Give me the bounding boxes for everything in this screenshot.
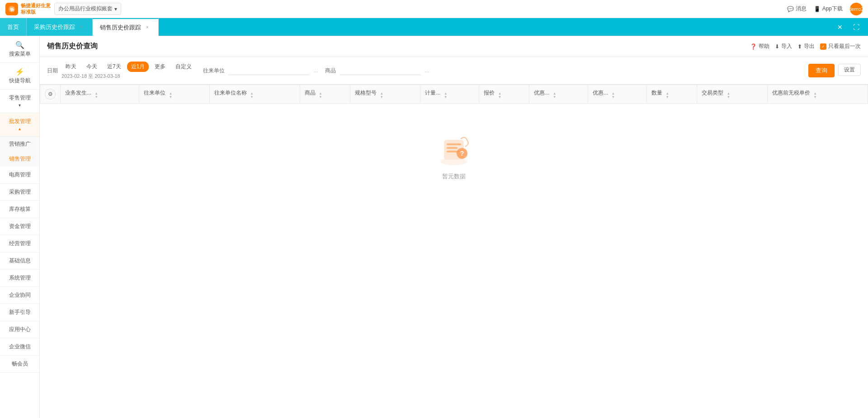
date-btn-1month[interactable]: 近1月: [127, 62, 149, 72]
sidebar-item-quick[interactable]: ⚡ 快捷导航: [0, 63, 39, 90]
sort-arrows-spec: ▲▼: [380, 92, 383, 99]
maximize-button[interactable]: ⛶: [850, 21, 863, 33]
sidebar-item-app-center[interactable]: 应用中心: [0, 321, 39, 338]
product-input[interactable]: [340, 66, 421, 75]
sidebar-item-inventory[interactable]: 库存核算: [0, 201, 39, 218]
app-download-button[interactable]: 📱 App下载: [814, 5, 843, 13]
table-col-discount1[interactable]: 优惠... ▲▼: [529, 85, 588, 104]
table-col-counterpart-name[interactable]: 往来单位名称 ▲▼: [209, 85, 300, 104]
sidebar-item-basic[interactable]: 基础信息: [0, 252, 39, 270]
product-dots[interactable]: ...: [425, 67, 429, 74]
counterpart-filter-group: 往来单位 ...: [203, 66, 318, 75]
date-btn-7days[interactable]: 近7天: [103, 62, 125, 72]
empty-text: 暂元数据: [442, 172, 466, 180]
table-col-pretax-price[interactable]: 优惠前无税单价 ▲▼: [767, 85, 868, 104]
table-container: ⚙ 业务发生... ▲▼ 往来单位 ▲▼ 往来单位名称 ▲▼: [40, 85, 868, 418]
date-label: 日期: [47, 67, 58, 75]
tab-purchase-close[interactable]: ×: [78, 24, 85, 31]
date-btn-today[interactable]: 今天: [82, 62, 101, 72]
sort-arrows-trade-type: ▲▼: [727, 92, 731, 99]
table-col-settings[interactable]: ⚙: [40, 85, 61, 104]
app-selector[interactable]: 办公用品行业模拟账套 ▾: [54, 3, 121, 15]
column-settings-button[interactable]: 设置: [838, 64, 861, 76]
chevron-down-icon: ▾: [114, 6, 117, 12]
tab-sales-close[interactable]: ×: [144, 24, 151, 31]
table-col-product[interactable]: 商品 ▲▼: [300, 85, 350, 104]
tabbar-actions: ✕ ⛶: [834, 21, 868, 33]
sort-arrows-discount2: ▲▼: [612, 92, 615, 99]
sidebar-item-retail[interactable]: 零售管理 ▾: [0, 90, 39, 113]
tab-purchase-label: 采购历史价跟踪: [34, 23, 75, 31]
logo-text: 畅捷通好生意 标准版: [21, 3, 51, 14]
sidebar-item-newbie[interactable]: 新手引导: [0, 304, 39, 321]
counterpart-input[interactable]: [228, 66, 310, 75]
svg-text:畅: 畅: [10, 7, 14, 11]
date-btn-yesterday[interactable]: 昨天: [61, 62, 80, 72]
table-col-unit[interactable]: 计量... ▲▼: [420, 85, 479, 104]
sidebar-item-wholesale[interactable]: 批发管理 ▴: [0, 113, 39, 137]
close-window-button[interactable]: ✕: [834, 21, 846, 33]
product-filter-group: 商品 ...: [325, 66, 429, 75]
sort-arrows-unit: ▲▼: [444, 92, 448, 99]
sidebar-item-marketing[interactable]: 营销推广: [0, 137, 39, 152]
table-header: ⚙ 业务发生... ▲▼ 往来单位 ▲▼ 往来单位名称 ▲▼: [40, 85, 868, 104]
table-col-quantity[interactable]: 数量 ▲▼: [647, 85, 697, 104]
svg-rect-5: [447, 147, 458, 149]
topbar-left: 畅 畅捷通好生意 标准版 办公用品行业模拟账套 ▾: [5, 3, 121, 15]
query-button[interactable]: 查询: [808, 64, 835, 77]
sidebar-item-sales-mgmt[interactable]: 销售管理: [0, 152, 39, 166]
app-selector-label: 办公用品行业模拟账套: [58, 5, 113, 13]
topbar: 畅 畅捷通好生意 标准版 办公用品行业模拟账套 ▾ 💬 消息 📱 App下载 d…: [0, 0, 868, 18]
table-col-discount2[interactable]: 优惠... ▲▼: [588, 85, 647, 104]
user-profile[interactable]: demo2: [850, 3, 863, 15]
tab-home[interactable]: 首页: [0, 18, 27, 36]
tab-purchase[interactable]: 采购历史价跟踪 ×: [27, 18, 93, 36]
empty-illustration: ?: [436, 131, 472, 167]
sort-arrows-biz-date: ▲▼: [94, 92, 98, 99]
message-icon: 💬: [787, 6, 794, 12]
search-icon: 🔍: [2, 41, 38, 49]
quick-icon: ⚡: [2, 67, 38, 76]
gear-icon[interactable]: ⚙: [45, 89, 56, 100]
table-col-spec[interactable]: 规格型号 ▲▼: [350, 85, 420, 104]
sidebar-item-system[interactable]: 系统管理: [0, 270, 39, 287]
sort-arrows-counterpart-name: ▲▼: [250, 92, 254, 99]
page-title: 销售历史价查询: [47, 42, 98, 51]
checkbox-icon: ✓: [820, 43, 826, 50]
import-button[interactable]: ⬇ 导入: [775, 43, 792, 50]
chevron-down-icon: ▾: [19, 103, 21, 108]
sidebar-item-ecommerce[interactable]: 电商管理: [0, 166, 39, 184]
tab-sales[interactable]: 销售历史价跟踪 ×: [93, 18, 159, 36]
sidebar-item-operation[interactable]: 经营管理: [0, 235, 39, 252]
table-col-counterpart-code[interactable]: 往来单位 ▲▼: [139, 85, 210, 104]
sidebar-item-vip[interactable]: 畅会员: [0, 356, 39, 373]
sidebar: 🔍 搜索菜单 ⚡ 快捷导航 零售管理 ▾ 批发管理 ▴ 营销推广 销售管理 电商…: [0, 36, 40, 418]
date-filter-group: 日期 昨天 今天 近7天 近1月 更多 自定义 2023-02-18 至 202…: [47, 62, 196, 80]
message-button[interactable]: 💬 消息: [787, 5, 807, 13]
logo-area: 畅 畅捷通好生意 标准版: [5, 3, 51, 15]
export-button[interactable]: ⬆ 导出: [797, 43, 815, 50]
product-label: 商品: [325, 67, 336, 75]
counterpart-label: 往来单位: [203, 67, 225, 75]
help-button[interactable]: ❓ 帮助: [750, 43, 769, 50]
topbar-right: 💬 消息 📱 App下载 demo2: [787, 3, 863, 15]
date-btn-more[interactable]: 更多: [151, 62, 170, 72]
table-col-biz-date[interactable]: 业务发生... ▲▼: [61, 85, 139, 104]
svg-text:?: ?: [460, 150, 464, 157]
sidebar-item-search[interactable]: 🔍 搜索菜单: [0, 36, 39, 63]
sort-arrows-counterpart-code: ▲▼: [169, 92, 172, 99]
sort-arrows-quantity: ▲▼: [665, 92, 669, 99]
filter-bar: 日期 昨天 今天 近7天 近1月 更多 自定义 2023-02-18 至 202…: [40, 57, 868, 85]
help-icon: ❓: [750, 43, 757, 50]
sidebar-item-enterprise[interactable]: 企业协同: [0, 287, 39, 304]
sidebar-item-purchase-mgmt[interactable]: 采购管理: [0, 184, 39, 201]
table-col-trade-type[interactable]: 交易类型 ▲▼: [697, 85, 768, 104]
sidebar-item-finance[interactable]: 资金管理: [0, 218, 39, 235]
counterpart-dots[interactable]: ...: [313, 67, 318, 74]
only-last-checkbox[interactable]: ✓ 只看最后一次: [820, 43, 861, 50]
table-col-quote[interactable]: 报价 ▲▼: [479, 85, 529, 104]
sidebar-item-weixin[interactable]: 企业微信: [0, 338, 39, 356]
date-btn-custom[interactable]: 自定义: [171, 62, 196, 72]
import-icon: ⬇: [775, 43, 779, 50]
logo-icon: 畅: [5, 3, 18, 15]
